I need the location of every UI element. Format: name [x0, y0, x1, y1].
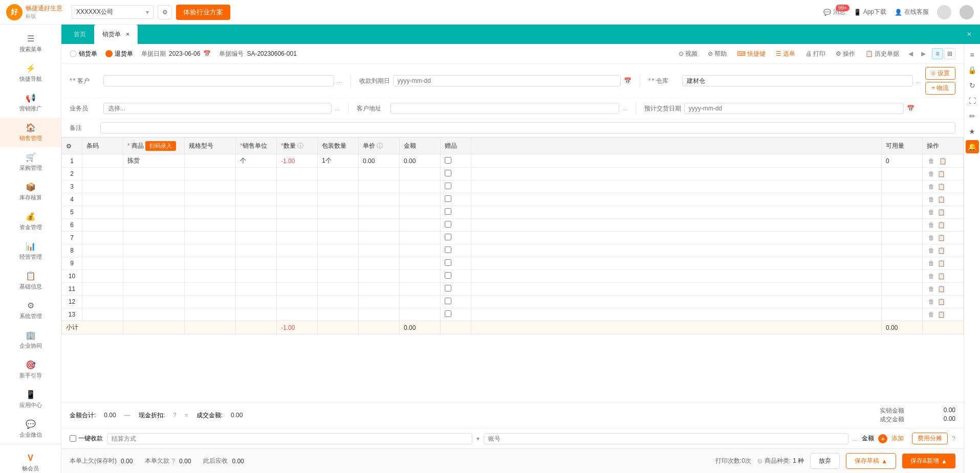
copy-row-3-icon[interactable]: 📋 [938, 183, 945, 190]
payment-date-calendar-icon[interactable]: 📅 [624, 77, 631, 84]
close-all-tabs-btn[interactable]: ✕ [963, 31, 976, 38]
delete-row-2-icon[interactable]: 🗑 [928, 170, 934, 177]
settings-button[interactable]: ⚙ [158, 5, 172, 19]
right-panel-alert[interactable]: 🔔 [966, 140, 979, 153]
save-draft-dropdown-icon[interactable]: ▲ [881, 458, 887, 465]
right-panel-list-view[interactable]: ≡ [966, 48, 979, 61]
one-click-pay-checkbox[interactable]: 一键收款 [70, 434, 103, 443]
one-click-pay-input[interactable] [70, 435, 76, 442]
row-barcode-1[interactable] [82, 154, 123, 168]
sidebar-item-app-center[interactable]: 📱 应用中心 [0, 385, 61, 414]
delete-row-3-icon[interactable]: 🗑 [928, 183, 934, 190]
sidebar-item-sales-mgmt[interactable]: 🏠 销售管理 [0, 118, 61, 147]
row-gift-1[interactable] [441, 154, 471, 168]
right-panel-expand[interactable]: ⛶ [966, 94, 979, 107]
delete-row-12-icon[interactable]: 🗑 [928, 298, 934, 305]
copy-row-4-icon[interactable]: 📋 [938, 196, 945, 203]
right-panel-refresh[interactable]: ↻ [966, 79, 979, 92]
app-download-btn[interactable]: 📱 App下载 [854, 8, 886, 16]
salesman-dots[interactable]: ... [335, 105, 340, 112]
gift-checkbox-8[interactable] [445, 246, 451, 253]
expected-date-calendar-icon[interactable]: 📅 [907, 105, 914, 112]
delete-row-7-icon[interactable]: 🗑 [928, 234, 934, 241]
avatar-2[interactable] [960, 5, 974, 19]
sidebar-item-basic-info[interactable]: 📋 基础信息 [0, 266, 61, 296]
gift-checkbox-12[interactable] [445, 298, 451, 304]
customer-addr-input[interactable] [390, 103, 619, 114]
right-panel-star[interactable]: ★ [966, 125, 979, 138]
shortcut-btn[interactable]: ⌨ 快捷键 [734, 49, 769, 59]
list-view-btn[interactable]: ≡ [932, 48, 943, 59]
copy-row-11-icon[interactable]: 📋 [938, 285, 945, 292]
gift-checkbox-4[interactable] [445, 195, 451, 202]
select-btn[interactable]: ☰ 选单 [773, 49, 798, 59]
gift-checkbox-11[interactable] [445, 285, 451, 291]
sidebar-item-inventory[interactable]: 📦 库存核算 [0, 177, 61, 207]
message-btn[interactable]: 💬 消息 99+ [823, 8, 845, 16]
remarks-input[interactable] [100, 122, 955, 133]
copy-row-2-icon[interactable]: 📋 [938, 170, 945, 177]
row-qty-1[interactable]: -1.00 [277, 154, 318, 168]
gift-checkbox-13[interactable] [445, 310, 451, 317]
sidebar-item-marketing[interactable]: 📢 营销推广 [0, 88, 61, 118]
sales-radio[interactable]: 销货单 [70, 50, 97, 58]
settings-gear-icon[interactable]: ⚙ [66, 143, 72, 150]
delete-row-10-icon[interactable]: 🗑 [928, 273, 934, 280]
gift-checkbox-1[interactable] [445, 157, 451, 164]
operation-btn[interactable]: ⚙ 操作 [833, 49, 858, 59]
gift-checkbox-7[interactable] [445, 234, 451, 240]
pay-method-dropdown-icon[interactable]: ▾ [476, 435, 480, 442]
copy-row-12-icon[interactable]: 📋 [938, 298, 945, 305]
delete-row-1-icon[interactable]: 🗑 [928, 157, 934, 165]
delete-row-11-icon[interactable]: 🗑 [928, 285, 934, 292]
pay-method-input[interactable] [107, 433, 472, 444]
grid-view-btn[interactable]: ⊞ [944, 48, 955, 59]
tab-sales-order[interactable]: 销货单 × [94, 25, 138, 44]
save-new-btn[interactable]: 保存&新增 ▲ [902, 454, 955, 468]
delete-row-4-icon[interactable]: 🗑 [928, 196, 934, 203]
gift-checkbox-9[interactable] [445, 259, 451, 266]
calendar-icon[interactable]: 📅 [203, 50, 211, 57]
return-radio[interactable]: 退货单 [105, 50, 133, 58]
customer-addr-dots[interactable]: ... [622, 105, 627, 112]
history-btn[interactable]: 📋 历史单据 [862, 49, 902, 59]
delete-row-9-icon[interactable]: 🗑 [928, 260, 934, 267]
add-pay-btn[interactable]: + [878, 434, 887, 443]
settings-action-btn[interactable]: ⊙ 设置 [925, 67, 955, 80]
sidebar-item-guide[interactable]: 🎯 新手引导 [0, 355, 61, 385]
account-input[interactable] [484, 433, 849, 444]
account-dots[interactable]: ... [853, 435, 858, 442]
delete-row-6-icon[interactable]: 🗑 [928, 221, 934, 229]
delete-row-13-icon[interactable]: 🗑 [928, 311, 934, 318]
customer-dots[interactable]: ... [337, 77, 342, 84]
save-draft-btn[interactable]: 保存草稿 ▲ [846, 453, 896, 469]
gift-checkbox-10[interactable] [445, 272, 451, 279]
save-new-dropdown-icon[interactable]: ▲ [941, 458, 947, 465]
sidebar-item-system-mgmt[interactable]: ⚙ 系统管理 [0, 296, 61, 325]
sidebar-item-purchase-mgmt[interactable]: 🛒 采购管理 [0, 147, 61, 177]
help-btn[interactable]: ⊘ 帮助 [705, 49, 730, 59]
discard-btn[interactable]: 放弃 [810, 453, 840, 469]
payment-date-input[interactable] [393, 75, 621, 86]
nav-prev-icon[interactable]: ◀ [908, 50, 913, 57]
gift-checkbox-5[interactable] [445, 208, 451, 215]
company-selector[interactable]: XXXXXX公司 ▾ [72, 5, 154, 19]
row-price-1[interactable]: 0.00 [359, 154, 400, 168]
sidebar-item-search-order[interactable]: ☰ 搜索菜单 [0, 29, 61, 58]
delete-row-5-icon[interactable]: 🗑 [928, 209, 934, 216]
copy-row-10-icon[interactable]: 📋 [938, 273, 945, 280]
copy-row-9-icon[interactable]: 📋 [938, 260, 945, 267]
nav-next-icon[interactable]: ▶ [921, 50, 926, 57]
row-spec-1[interactable] [185, 154, 236, 168]
salesman-input[interactable] [103, 103, 332, 114]
copy-row-6-icon[interactable]: 📋 [938, 221, 945, 229]
customer-input[interactable] [103, 75, 334, 86]
video-btn[interactable]: ⊙ 视频 [676, 49, 701, 59]
copy-row-13-icon[interactable]: 📋 [938, 311, 945, 318]
print-btn[interactable]: 🖨 打印 [802, 49, 829, 59]
gift-checkbox-6[interactable] [445, 221, 451, 228]
right-panel-edit[interactable]: ✏ [966, 109, 979, 123]
scan-btn[interactable]: 扫码录入 [145, 141, 176, 151]
logistics-action-btn[interactable]: + 物流 [925, 82, 955, 95]
sidebar-item-operations[interactable]: 📊 经营管理 [0, 236, 61, 266]
